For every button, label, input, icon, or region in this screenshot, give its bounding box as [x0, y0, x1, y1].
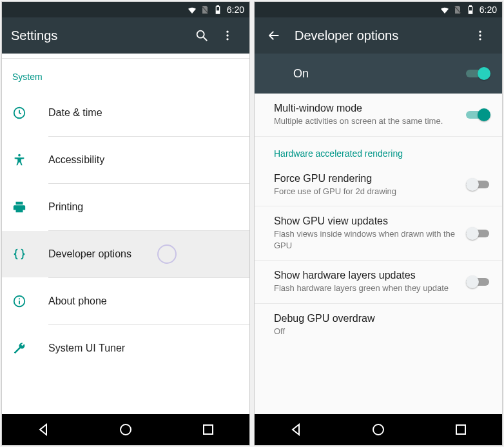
developer-options-screen: 6:20 Developer options On Multi-window m… — [254, 1, 503, 446]
top-divider — [2, 54, 249, 59]
app-bar: Developer options — [255, 17, 502, 54]
row-accessibility[interactable]: Accessibility — [2, 137, 249, 183]
printer-icon — [12, 200, 48, 214]
page-title: Settings — [11, 28, 189, 43]
master-switch-row[interactable]: On — [255, 54, 502, 94]
overflow-menu-button[interactable] — [215, 23, 240, 48]
battery-icon — [213, 5, 223, 15]
row-label: Date & time — [48, 107, 102, 119]
wifi-icon — [187, 5, 197, 15]
battery-icon — [465, 5, 476, 15]
nav-bar — [2, 414, 249, 445]
search-button[interactable] — [189, 23, 215, 48]
overflow-menu-button[interactable] — [467, 23, 493, 48]
row-show-gpu-view-updates[interactable]: Show GPU view updates Flash views inside… — [255, 206, 502, 261]
svg-rect-16 — [456, 425, 465, 434]
row-system-ui-tuner[interactable]: System UI Tuner — [2, 325, 249, 372]
svg-rect-9 — [19, 301, 20, 304]
wifi-icon — [440, 5, 450, 15]
row-force-gpu-rendering[interactable]: Force GPU rendering Force use of GPU for… — [255, 164, 502, 207]
svg-point-0 — [197, 31, 204, 38]
svg-point-10 — [121, 424, 131, 435]
svg-point-13 — [479, 34, 481, 36]
row-title: Debug GPU overdraw — [274, 313, 484, 324]
no-sim-icon — [452, 5, 463, 15]
row-multi-window-mode[interactable]: Multi-window mode Multiple activities on… — [255, 94, 502, 137]
toggle-gpu-view-updates[interactable] — [466, 226, 492, 241]
svg-point-3 — [226, 34, 228, 36]
svg-point-8 — [19, 298, 20, 299]
row-date-time[interactable]: Date & time — [2, 90, 249, 136]
row-debug-gpu-overdraw[interactable]: Debug GPU overdraw Off — [255, 304, 502, 346]
row-label: Accessibility — [48, 154, 104, 166]
accessibility-icon — [12, 153, 48, 167]
nav-home-button[interactable] — [369, 421, 387, 439]
nav-home-button[interactable] — [117, 421, 135, 439]
toggle-hw-layers[interactable] — [466, 274, 492, 290]
tap-ripple — [157, 244, 177, 264]
status-time: 6:20 — [227, 5, 244, 15]
developer-options-list: Multi-window mode Multiple activities on… — [255, 94, 502, 414]
page-title: Developer options — [295, 28, 467, 43]
nav-recents-button[interactable] — [199, 421, 217, 439]
row-subtitle: Flash views inside windows when drawn wi… — [274, 228, 458, 251]
section-hw-accel-rendering: Hardware accelerated rendering — [255, 137, 502, 164]
row-label: Printing — [48, 201, 83, 213]
row-printing[interactable]: Printing — [2, 184, 249, 230]
row-label: About phone — [48, 295, 107, 307]
row-subtitle: Flash hardware layers green when they up… — [274, 283, 458, 294]
settings-screen: 6:20 Settings System Date & time Accessi… — [1, 1, 250, 446]
settings-list: System Date & time Accessibility Printin… — [2, 54, 249, 414]
wrench-icon — [12, 341, 48, 355]
row-label: Developer options — [48, 248, 131, 260]
master-switch-label: On — [293, 67, 466, 81]
row-title: Show GPU view updates — [274, 215, 458, 227]
row-subtitle: Multiple activities on screen at the sam… — [274, 115, 458, 127]
svg-point-4 — [226, 38, 228, 40]
app-bar: Settings — [2, 17, 249, 54]
nav-bar — [255, 414, 502, 445]
row-about-phone[interactable]: About phone — [2, 278, 249, 324]
info-icon — [12, 294, 48, 308]
row-show-hw-layers-updates[interactable]: Show hardware layers updates Flash hardw… — [255, 261, 502, 304]
row-subtitle: Force use of GPU for 2d drawing — [274, 186, 458, 197]
row-developer-options[interactable]: Developer options — [2, 231, 249, 277]
row-subtitle: Off — [274, 326, 484, 337]
nav-back-button[interactable] — [34, 421, 52, 439]
nav-recents-button[interactable] — [452, 421, 470, 439]
svg-line-1 — [204, 37, 208, 41]
svg-rect-11 — [204, 425, 213, 434]
svg-point-2 — [226, 31, 228, 33]
status-bar: 6:20 — [255, 2, 502, 17]
back-button[interactable] — [261, 23, 287, 48]
toggle-force-gpu[interactable] — [466, 177, 492, 192]
svg-point-14 — [479, 38, 481, 40]
row-title: Multi-window mode — [274, 103, 458, 114]
category-system: System — [2, 69, 249, 90]
row-title: Force GPU rendering — [274, 173, 458, 184]
master-switch-toggle[interactable] — [466, 66, 492, 81]
status-time: 6:20 — [480, 5, 497, 15]
status-bar: 6:20 — [2, 2, 249, 17]
row-label: System UI Tuner — [48, 343, 125, 354]
svg-point-12 — [479, 31, 481, 33]
row-title: Show hardware layers updates — [274, 270, 458, 281]
svg-point-6 — [18, 154, 21, 157]
no-sim-icon — [200, 5, 210, 15]
braces-icon — [12, 247, 48, 261]
toggle-multi-window[interactable] — [466, 107, 492, 123]
nav-back-button[interactable] — [287, 421, 305, 439]
clock-icon — [12, 106, 48, 120]
svg-point-15 — [373, 424, 383, 435]
